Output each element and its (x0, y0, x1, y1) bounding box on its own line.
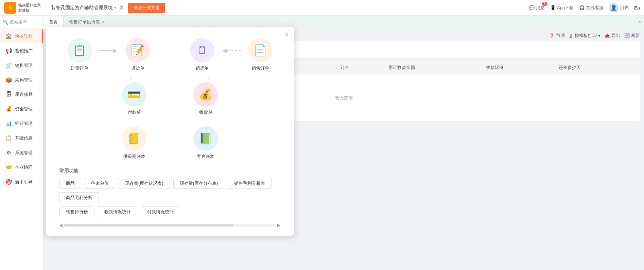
ea-label: Ea (634, 5, 640, 11)
flow-node-purchase-bill[interactable]: 📝 进货单 (118, 38, 157, 71)
system-dropdown-icon[interactable]: ▾ (114, 5, 116, 10)
tab-close-icon[interactable]: × (102, 20, 104, 24)
flow-row-2: 💳 付款单 💰 收款单 (59, 82, 280, 115)
popup-scrollbar[interactable]: ◀ ▶ (59, 223, 280, 228)
sidebar-item-cooperation[interactable]: 🤝 企业协同 (0, 160, 43, 175)
help-icon: ❓ (549, 33, 555, 38)
basic-info-icon: 📋 (5, 135, 12, 141)
flow-down-row-2: ↓ ↓ (59, 115, 280, 126)
flow-node-receipt-bill[interactable]: 💰 收款单 (184, 82, 228, 115)
cooperation-icon: 🤝 (5, 164, 12, 170)
func-buttons-row-1: 商品 往来单位 现存量(库存状况表) 现存量(库存分布表) 销售毛利分析表 商品… (59, 178, 280, 203)
receipt-bill-circle: 💰 (193, 82, 218, 107)
func-btn-sales-rank[interactable]: 销售排行榜 (59, 206, 94, 217)
common-funcs-section: 常用功能 商品 往来单位 现存量(库存状况表) 现存量(库存分布表) 销售毛利分… (59, 168, 280, 217)
popup-close-button[interactable]: × (285, 31, 289, 38)
finance-icon: 💰 (5, 106, 12, 112)
payment-bill-label: 付款单 (128, 109, 141, 115)
sidebar-item-basic-info[interactable]: 📋 基础信息 (0, 131, 43, 145)
sidebar-item-beginner[interactable]: 🎯 新手引导 (0, 175, 43, 189)
scroll-right-arrow[interactable]: ▶ (277, 223, 280, 228)
sale-bill-circle: 🗒 (190, 38, 214, 62)
arrow-purchase-order-to-bill: ▶ (99, 47, 118, 62)
sales-icon: 🛒 (5, 62, 12, 69)
arrow-down-purchase: ↓ (109, 72, 153, 82)
tab-bar: 首页 销售订单执行表 × × (43, 16, 644, 29)
service-icon: 🎧 (579, 5, 585, 10)
sidebar-search[interactable]: 🔍 搜索菜单 (0, 16, 43, 29)
logo-icon: 6 (4, 2, 16, 14)
func-btn-receipt-stats[interactable]: 收款情况统计 (98, 206, 137, 217)
sidebar-item-inventory[interactable]: 🗄 库存核算 (0, 87, 43, 102)
app-download-button[interactable]: 📱 App下载 (550, 5, 574, 11)
message-badge: 5 (542, 2, 547, 6)
download-icon: 📱 (550, 5, 556, 10)
system-title-text: 装备及固定资产辅助管理系统 (51, 5, 113, 11)
arrow-down-receipt: ↓ (187, 116, 231, 126)
sidebar-item-purchase[interactable]: 📦 采购管理 (0, 73, 43, 87)
flow-node-customer-account[interactable]: 📗 客户账本 (184, 126, 228, 160)
sidebar: 🔍 搜索菜单 🏠 快捷导航 📢 营销推广 🛒 销售管理 📦 (0, 16, 43, 270)
customer-account-circle: 📗 (193, 126, 218, 151)
sidebar-item-sales[interactable]: 🛒 销售管理 (0, 58, 43, 73)
scroll-thumb (64, 224, 233, 227)
col-days-remaining: 还差多少天 (555, 61, 640, 74)
common-funcs-title: 常用功能 (59, 168, 280, 174)
flow-node-payment-bill[interactable]: 💳 付款单 (112, 82, 156, 115)
func-btn-payment-stats[interactable]: 付款情况统计 (141, 206, 180, 217)
tab-sales-order[interactable]: 销售订单执行表 × (64, 16, 110, 29)
top-right-area: 💬 消息 5 📱 App下载 🎧 在线客服 👤 用户 Ea (529, 3, 640, 13)
message-icon: 💬 (529, 5, 535, 10)
template-print-button[interactable]: 🖨 按模板打印 ▾ (569, 33, 601, 39)
func-btn-contacts[interactable]: 往来单位 (85, 178, 115, 189)
flow-down-row: ↓ ↓ (59, 71, 280, 82)
sidebar-item-operation[interactable]: 📊 经营管理 (0, 116, 43, 131)
purchase-icon: 📦 (5, 77, 12, 83)
flow-diagram: 📋 进货订单 ▶ 📝 进货单 (59, 38, 280, 160)
marketing-icon: 📢 (5, 48, 12, 54)
search-icon: 🔍 (3, 20, 8, 25)
sidebar-menu: 🏠 快捷导航 📢 营销推广 🛒 销售管理 📦 采购管理 🗄 库存核 (0, 29, 43, 270)
purchase-bill-label: 进货单 (131, 65, 144, 71)
refresh-button[interactable]: 🔄 刷新 (624, 33, 640, 39)
user-menu-button[interactable]: 👤 用户 (609, 3, 629, 13)
func-btn-inventory-status[interactable]: 现存量(库存状况表) (119, 178, 170, 189)
inventory-icon: 🗄 (5, 91, 12, 97)
export-icon: 📤 (605, 33, 610, 38)
flow-row-3: 📒 供应商账本 📗 客户账本 (59, 126, 280, 160)
purchase-order-label: 进货订单 (71, 65, 88, 71)
func-btn-product[interactable]: 商品 (59, 178, 81, 189)
gear-icon[interactable]: ⚙ (119, 4, 124, 11)
sidebar-item-system[interactable]: ⚙ 系统管理 (0, 145, 43, 160)
flow-node-supplier-account[interactable]: 📒 供应商账本 (112, 126, 156, 160)
trial-button[interactable]: 体验行业方案 (128, 3, 165, 13)
logo-area: 6 畅康通好生意 标准版 (4, 2, 48, 14)
help-button[interactable]: ❓ 帮助 (549, 33, 565, 39)
tab-home[interactable]: 首页 (43, 16, 64, 29)
sidebar-item-finance[interactable]: 💰 资金管理 (0, 102, 43, 116)
func-btn-product-profit[interactable]: 商品毛利分析 (59, 192, 99, 203)
scroll-track (64, 224, 276, 227)
sidebar-item-quick-nav[interactable]: 🏠 快捷导航 (0, 29, 43, 43)
customer-account-label: 客户账本 (197, 154, 214, 160)
arrow-down-payment: ↓ (109, 116, 153, 126)
user-avatar: 👤 (609, 3, 619, 13)
col-total-receipt: 累计收款金额 (384, 61, 482, 74)
col-receipt-ratio: 收款比例 (482, 61, 555, 74)
func-btn-inventory-dist[interactable]: 现存量(库存分布表) (173, 178, 225, 189)
sidebar-item-marketing[interactable]: 📢 营销推广 (0, 43, 43, 58)
beginner-icon: 🎯 (5, 179, 12, 185)
flow-node-sale-bill[interactable]: 🗒 销货单 (182, 38, 222, 71)
sale-order-circle: 📄 (248, 38, 273, 62)
export-button[interactable]: 📤 导出 (605, 33, 620, 39)
flow-node-purchase-order[interactable]: 📋 进货订单 (59, 38, 99, 71)
func-btn-sales-profit[interactable]: 销售毛利分析表 (228, 178, 272, 189)
tab-bar-close-icon[interactable]: × (638, 19, 641, 25)
online-service-button[interactable]: 🎧 在线客服 (579, 5, 604, 11)
refresh-icon: 🔄 (624, 33, 630, 38)
message-button[interactable]: 💬 消息 5 (529, 5, 545, 11)
purchase-order-circle: 📋 (67, 38, 92, 62)
flow-node-sale-order[interactable]: 📄 销售订单 (241, 38, 280, 71)
scroll-left-arrow[interactable]: ◀ (59, 223, 63, 228)
home-icon: 🏠 (5, 33, 12, 39)
